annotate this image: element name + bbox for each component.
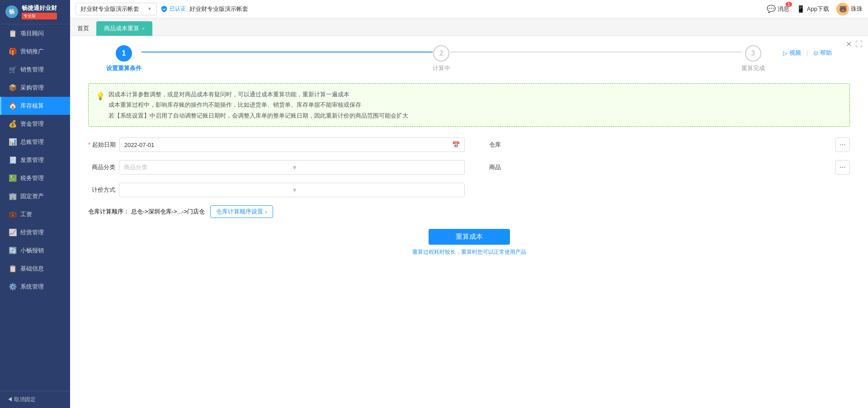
form-row-3: 计价方式 ▼ bbox=[88, 183, 850, 197]
message-badge: 1 bbox=[786, 2, 792, 7]
sidebar-label-sales: 销售管理 bbox=[20, 66, 44, 74]
finance-icon: 💰 bbox=[9, 120, 17, 128]
sidebar-header: 畅 畅捷通好业财 专业版 bbox=[0, 0, 70, 24]
main-area: 好业财专业版演示帐套 ▼ 已认证 好业财专业版演示帐套 💬 消息 1 📱 App… bbox=[70, 0, 868, 408]
arrow-right-icon: › bbox=[265, 209, 267, 215]
message-icon: 💬 bbox=[767, 5, 776, 13]
recalc-button[interactable]: 重算成本 bbox=[429, 229, 510, 245]
sidebar-label-marketing: 营销推广 bbox=[20, 47, 44, 56]
step-2: 2 计算中 bbox=[433, 45, 450, 72]
sidebar-label-assets: 固定资产 bbox=[20, 192, 44, 200]
info-line-1: 因成本计算参数调整，或是对商品成本有疑问时，可以通过成本重算功能，重新计算一遍成… bbox=[108, 89, 408, 100]
sidebar-item-inventory[interactable]: 🏠 库存核算 bbox=[0, 97, 70, 115]
form-row-1: 起始日期 📅 仓库 ··· bbox=[88, 138, 850, 152]
logo-icon: 畅 bbox=[5, 5, 18, 18]
sidebar-nav: 📋 项目顾问 🎁 营销推广 🛒 销售管理 📦 采购管理 🏠 库存核算 💰 资金管… bbox=[0, 24, 70, 391]
sidebar-item-purchase[interactable]: 📦 采购管理 bbox=[0, 79, 70, 97]
tab-close-icon[interactable]: × bbox=[142, 26, 145, 31]
category-select[interactable]: 商品分类 ▼ bbox=[119, 160, 465, 175]
user-avatar-button[interactable]: 🐻 珠珠 bbox=[836, 3, 863, 15]
start-date-label: 起始日期 bbox=[88, 141, 116, 149]
salary-icon: 💼 bbox=[9, 210, 17, 218]
account-selector[interactable]: 好业财专业版演示帐套 ▼ bbox=[75, 3, 157, 15]
sidebar-item-project[interactable]: 📋 项目顾问 bbox=[0, 24, 70, 43]
step-2-label: 计算中 bbox=[433, 64, 450, 72]
start-date-input[interactable] bbox=[124, 142, 452, 148]
edition-badge: 专业版 bbox=[22, 13, 57, 19]
tab-home[interactable]: 首页 bbox=[70, 21, 96, 36]
tabs-bar: 首页 商品成本重算 × bbox=[70, 18, 868, 36]
inventory-icon: 🏠 bbox=[9, 102, 17, 110]
category-placeholder: 商品分类 bbox=[124, 163, 292, 171]
play-icon: ▷ bbox=[783, 50, 788, 57]
expand-button[interactable]: ⛶ bbox=[855, 40, 863, 48]
step-line-2 bbox=[450, 52, 741, 52]
sidebar-item-sales[interactable]: 🛒 销售管理 bbox=[0, 61, 70, 79]
app-download-button[interactable]: 📱 App下载 bbox=[797, 5, 829, 13]
account-name: 好业财专业版演示帐套 bbox=[80, 5, 139, 13]
tab-recalc[interactable]: 商品成本重算 × bbox=[96, 21, 152, 36]
steps-container: 1 设置重算条件 2 计算中 3 重算完成 bbox=[106, 45, 765, 72]
sidebar-item-system[interactable]: ⚙️ 系统管理 bbox=[0, 278, 70, 296]
price-method-label: 计价方式 bbox=[88, 186, 115, 194]
warehouse-field: 仓库 ··· bbox=[474, 138, 850, 152]
sidebar-item-report[interactable]: 🔄 小畅报销 bbox=[0, 242, 70, 260]
step-1: 1 设置重算条件 bbox=[106, 45, 142, 72]
info-text: 因成本计算参数调整，或是对商品成本有疑问时，可以通过成本重算功能，重新计算一遍成… bbox=[108, 89, 408, 121]
step-line-1 bbox=[142, 52, 433, 52]
sidebar-item-salary[interactable]: 💼 工资 bbox=[0, 205, 70, 223]
sidebar-label-invoice: 发票管理 bbox=[20, 156, 44, 164]
sidebar-footer-unpin[interactable]: ◀ 取消固定 bbox=[0, 391, 70, 408]
goods-label: 商品 bbox=[474, 163, 501, 171]
sidebar-label-purchase: 采购管理 bbox=[20, 84, 44, 92]
shield-icon bbox=[160, 5, 168, 13]
window-controls: ✕ ⛶ bbox=[846, 40, 863, 48]
goods-select-btn[interactable]: ··· bbox=[835, 160, 850, 175]
sidebar-item-marketing[interactable]: 🎁 营销推广 bbox=[0, 43, 70, 61]
content-area: ✕ ⛶ 1 设置重算条件 2 计算中 bbox=[70, 36, 868, 408]
sidebar-title-block: 畅捷通好业财 专业版 bbox=[22, 5, 57, 19]
sidebar-label-tax: 税务管理 bbox=[20, 174, 44, 182]
start-date-input-wrapper: 📅 bbox=[119, 138, 465, 152]
close-button[interactable]: ✕ bbox=[846, 40, 852, 48]
help-button[interactable]: ⊙ 帮助 bbox=[813, 49, 832, 57]
sidebar-item-tax[interactable]: 💹 税务管理 bbox=[0, 169, 70, 187]
sidebar-label-system: 系统管理 bbox=[20, 283, 44, 291]
sales-icon: 🛒 bbox=[9, 66, 17, 74]
verified-text: 已认证 bbox=[170, 5, 186, 13]
price-method-select[interactable]: ▼ bbox=[119, 183, 465, 197]
video-button[interactable]: ▷ 视频 bbox=[783, 49, 801, 57]
warehouse-select-btn[interactable]: ··· bbox=[835, 138, 850, 152]
info-box: 💡 因成本计算参数调整，或是对商品成本有疑问时，可以通过成本重算功能，重新计算一… bbox=[88, 83, 850, 127]
topbar-right: 💬 消息 1 📱 App下载 🐻 珠珠 bbox=[767, 3, 863, 15]
step-3-circle: 3 bbox=[745, 45, 761, 62]
sidebar-label-project: 项目顾问 bbox=[20, 29, 44, 38]
calendar-icon[interactable]: 📅 bbox=[452, 141, 460, 148]
phone-icon: 📱 bbox=[797, 5, 805, 13]
accounting-icon: 📊 bbox=[9, 138, 17, 146]
user-name: 珠珠 bbox=[851, 5, 863, 13]
step-1-label: 设置重算条件 bbox=[106, 64, 142, 72]
sidebar-item-assets[interactable]: 🏢 固定资产 bbox=[0, 187, 70, 205]
project-icon: 📋 bbox=[9, 29, 17, 38]
category-field: 商品分类 商品分类 ▼ bbox=[88, 160, 465, 175]
info-line-3: 若【系统设置】中启用了自动调整记账日期时，会调整入库单的整单记账日期，因此重新计… bbox=[108, 110, 408, 121]
message-button[interactable]: 💬 消息 1 bbox=[767, 5, 789, 13]
verified-badge: 已认证 bbox=[160, 5, 186, 13]
calc-order-row: 仓库计算顺序： 总仓->深圳仓库->...->门店仓 仓库计算顺序设置 › bbox=[88, 205, 850, 218]
calc-order-label-text: 仓库计算顺序： bbox=[88, 208, 129, 215]
sidebar-item-basic[interactable]: 📋 基础信息 bbox=[0, 260, 70, 278]
calc-order-settings-button[interactable]: 仓库计算顺序设置 › bbox=[210, 205, 273, 218]
tax-icon: 💹 bbox=[9, 174, 17, 182]
sidebar-item-operation[interactable]: 📈 经营管理 bbox=[0, 223, 70, 242]
sidebar-item-invoice[interactable]: 🧾 发票管理 bbox=[0, 151, 70, 169]
account-full-name: 好业财专业版演示帐套 bbox=[189, 5, 248, 13]
sidebar-item-accounting[interactable]: 📊 总账管理 bbox=[0, 133, 70, 151]
sidebar-item-finance[interactable]: 💰 资金管理 bbox=[0, 115, 70, 133]
chevron-down-icon: ▼ bbox=[292, 164, 459, 171]
app-title: 畅捷通好业财 bbox=[22, 5, 57, 12]
goods-field: 商品 ··· bbox=[474, 160, 850, 175]
calc-order-value: 总仓->深圳仓库->...->门店仓 bbox=[131, 208, 205, 215]
form-row-2: 商品分类 商品分类 ▼ 商品 ··· bbox=[88, 160, 850, 175]
sidebar-label-inventory: 库存核算 bbox=[20, 102, 44, 110]
